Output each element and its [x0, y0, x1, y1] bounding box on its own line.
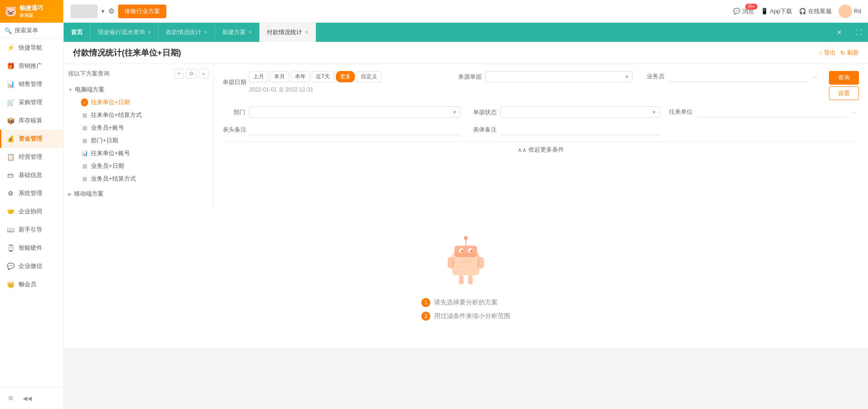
scheme-item-counterpart-date[interactable]: ✓ 往来单位+日期: [77, 96, 209, 109]
sidebar-item-enterprise[interactable]: 🤝 企业协同: [0, 202, 63, 221]
scheme-panel: 按以下方案查询 + ⚙ « ▼ 电脑端方案: [64, 64, 214, 207]
tab-new-scheme[interactable]: 新建方案 ×: [215, 23, 259, 42]
sidebar-item-label: 经营管理: [19, 153, 42, 161]
scheme-item-counterpart-account[interactable]: 📊 往来单位+账号: [77, 147, 209, 160]
scheme-item-dept-date[interactable]: ▦ 部门+日期: [77, 134, 209, 147]
tab-receivable[interactable]: 收款情况统计 ×: [159, 23, 215, 42]
pc-group-label: 电脑端方案: [75, 86, 105, 94]
online-service-btn[interactable]: 🎧 在线客服: [799, 7, 832, 15]
tab-home[interactable]: 首页: [64, 23, 90, 42]
pc-scheme-group-header[interactable]: ▼ 电脑端方案: [68, 83, 209, 96]
tab-close-all-btn[interactable]: ✕: [830, 23, 849, 42]
app-download-btn[interactable]: 📱 App下载: [761, 7, 792, 15]
sidebar-item-guide[interactable]: 📖 新手引导: [0, 221, 63, 239]
tab-payment-stat-label: 付款情况统计: [267, 28, 302, 36]
scheme-icon: ▦: [81, 175, 88, 182]
empty-tip-1: 1 请先选择要分析的方案: [421, 298, 510, 307]
date-btn-last-month[interactable]: 上月: [249, 71, 268, 82]
query-btn[interactable]: 查询: [829, 71, 859, 85]
scheme-icon: ▦: [81, 124, 88, 131]
tab-bank-flow-close[interactable]: ×: [148, 29, 151, 35]
sidebar-item-member[interactable]: 👑 畅会员: [0, 275, 63, 293]
export-label: 导出: [824, 49, 836, 57]
sidebar-item-sales[interactable]: 📊 销售管理: [0, 75, 63, 93]
tab-expand-btn[interactable]: ⛶: [849, 23, 868, 42]
sidebar-item-operation[interactable]: 📋 经营管理: [0, 148, 63, 166]
sidebar-nav: ⚡ 快捷导航 🎁 营销推广 📊 销售管理 🛒 采购管理 📦 库存核算 💰 资金管…: [0, 39, 63, 387]
staff-field: 业务员 ···: [642, 71, 820, 82]
search-icon: 🔍: [5, 27, 12, 34]
dept-field: 部门 ▾: [223, 106, 460, 118]
manage-scheme-btn[interactable]: ⚙: [186, 69, 196, 79]
collapse-more-btn[interactable]: ∧∧ 收起更多条件: [223, 141, 859, 157]
staff-dots[interactable]: ···: [810, 73, 820, 80]
sidebar-item-system[interactable]: ⚙ 系统管理: [0, 184, 63, 202]
scheme-icon: ▦: [81, 162, 88, 170]
date-btn-this-year[interactable]: 本年: [291, 71, 310, 82]
sidebar-item-wechat[interactable]: 💬 企业微信: [0, 257, 63, 275]
body-notes-input[interactable]: [500, 124, 659, 135]
sidebar-item-basic-info[interactable]: 🗃 基础信息: [0, 166, 63, 184]
logo-icon: 🐷: [5, 5, 17, 17]
mobile-scheme-group-header[interactable]: ▶ 移动端方案: [68, 187, 209, 200]
user-avatar-area[interactable]: Rit: [838, 5, 861, 18]
sidebar-item-inventory[interactable]: 📦 库存核算: [0, 111, 63, 130]
svg-rect-1: [448, 257, 454, 268]
source-slip-select[interactable]: ▾: [485, 71, 633, 82]
tab-new-scheme-close[interactable]: ×: [249, 29, 252, 35]
collapse-scheme-btn[interactable]: «: [199, 69, 209, 79]
sidebar-item-marketing[interactable]: 🎁 营销推广: [0, 57, 63, 75]
tab-payment-stat[interactable]: 付款情况统计 ×: [259, 23, 316, 42]
svg-rect-2: [477, 257, 484, 268]
scheme-icon: ▦: [81, 137, 88, 144]
sidebar-item-label: 智能硬件: [19, 244, 42, 252]
dept-select[interactable]: ▾: [249, 106, 460, 118]
topbar-settings-icon[interactable]: ⚙: [108, 7, 115, 15]
add-scheme-btn[interactable]: +: [174, 69, 184, 79]
system-icon: ⚙: [6, 189, 15, 198]
refresh-btn[interactable]: ↻ 刷新: [840, 49, 859, 57]
page-actions: ↑ 导出 ↻ 刷新: [819, 49, 859, 57]
slip-status-label: 单据状态: [469, 108, 497, 116]
service-icon: 🎧: [799, 8, 806, 15]
counterpart-dots[interactable]: ···: [849, 109, 859, 116]
company-dropdown[interactable]: ▾: [101, 8, 105, 15]
tip-2-text: 用过滤条件来缩小分析范围: [434, 312, 510, 320]
trial-btn[interactable]: 体验行业方案: [118, 5, 166, 18]
counterpart-input[interactable]: [695, 106, 848, 117]
sidebar-item-purchase[interactable]: 🛒 采购管理: [0, 93, 63, 111]
slip-status-select[interactable]: ▾: [500, 106, 659, 118]
sidebar-item-quick-nav[interactable]: ⚡ 快捷导航: [0, 39, 63, 57]
settings-btn[interactable]: 设置: [829, 86, 859, 100]
scheme-item-staff-account[interactable]: ▦ 业务员+账号: [77, 121, 209, 134]
page-header: 付款情况统计(往来单位+日期) ↑ 导出 ↻ 刷新: [64, 42, 868, 64]
slip-date-label: 单据日期: [223, 78, 245, 86]
slip-status-arrow: ▾: [653, 109, 656, 116]
date-btn-more[interactable]: 更多: [336, 71, 355, 82]
scheme-item-staff-payment[interactable]: ▦ 业务员+结算方式: [77, 172, 209, 185]
date-btn-this-month[interactable]: 本月: [270, 71, 289, 82]
scheme-item-counterpart-payment[interactable]: ▦ 往来单位+结算方式: [77, 109, 209, 121]
header-notes-input[interactable]: [249, 124, 460, 135]
svg-point-8: [461, 250, 464, 252]
guide-icon: 📖: [6, 225, 15, 234]
export-btn[interactable]: ↑ 导出: [819, 49, 836, 57]
empty-tip-2: 2 用过滤条件来缩小分析范围: [421, 312, 510, 321]
staff-input[interactable]: [668, 71, 808, 82]
scheme-item-staff-date[interactable]: ▦ 业务员+日期: [77, 160, 209, 172]
date-btn-custom[interactable]: 自定义: [357, 71, 381, 82]
tab-payment-stat-close[interactable]: ×: [305, 29, 308, 35]
sidebar-item-hardware[interactable]: ⌚ 智能硬件: [0, 239, 63, 257]
collapse-sidebar-btn[interactable]: ◀◀: [21, 392, 34, 404]
tab-bank-flow[interactable]: 现金银行流水查询 ×: [90, 23, 159, 42]
scheme-header: 按以下方案查询 + ⚙ «: [68, 69, 209, 79]
settings-bottom-btn[interactable]: ⚙: [5, 392, 17, 404]
messages-btn[interactable]: 💬 消息 99+: [733, 7, 754, 15]
search-menu-button[interactable]: 🔍 搜索菜单: [0, 23, 63, 39]
sidebar-item-capital[interactable]: 💰 资金管理: [0, 130, 63, 148]
date-btn-7days[interactable]: 近7天: [312, 71, 334, 82]
header-notes-label: 表头备注: [223, 126, 245, 134]
tab-receivable-close[interactable]: ×: [204, 29, 207, 35]
filter-container: 按以下方案查询 + ⚙ « ▼ 电脑端方案: [64, 64, 868, 207]
tab-receivable-label: 收款情况统计: [166, 28, 201, 36]
